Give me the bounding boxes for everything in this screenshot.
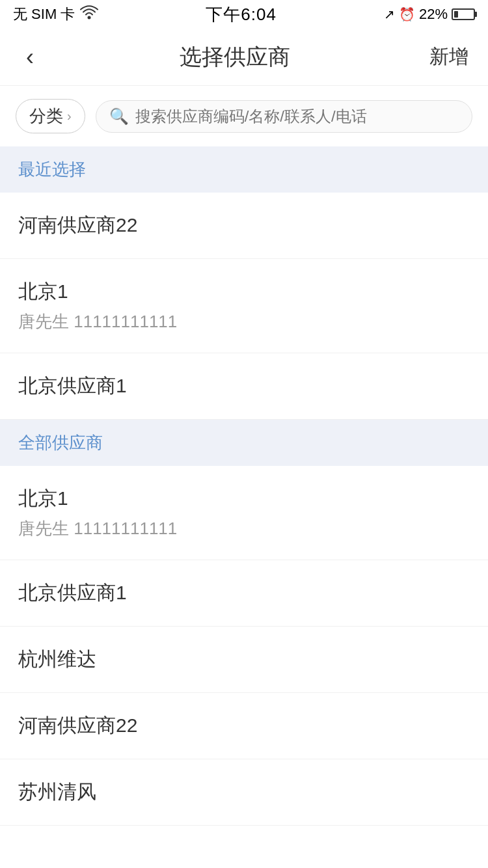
list-item[interactable]: 北京供应商1	[0, 353, 488, 420]
location-icon: ↗	[384, 7, 395, 22]
list-item[interactable]: 北京1唐先生 11111111111	[0, 466, 488, 560]
filter-bar: 分类 › 🔍	[0, 86, 488, 146]
svg-point-0	[88, 16, 91, 20]
search-icon: 🔍	[109, 107, 129, 126]
add-button[interactable]: 新增	[429, 44, 468, 70]
item-name: 北京供应商1	[18, 580, 470, 606]
status-time: 下午6:04	[206, 3, 277, 26]
status-right: ↗ ⏰ 22%	[384, 6, 475, 23]
item-name: 北京供应商1	[18, 373, 470, 400]
category-filter[interactable]: 分类 ›	[16, 99, 85, 133]
item-name: 北京1	[18, 278, 470, 305]
list-item[interactable]: 河南供应商22	[0, 693, 488, 759]
list-item[interactable]: 北京1唐先生 11111111111	[0, 259, 488, 353]
all-section-header: 全部供应商	[0, 420, 488, 466]
category-label: 分类	[29, 105, 63, 128]
list-item[interactable]: 杭州维达	[0, 627, 488, 693]
status-left: 无 SIM 卡	[13, 5, 98, 24]
item-name: 杭州维达	[18, 646, 470, 673]
item-contact: 唐先生 11111111111	[18, 310, 470, 333]
no-sim-label: 无 SIM 卡	[13, 5, 75, 24]
page-title: 选择供应商	[180, 42, 290, 72]
back-button[interactable]: ‹	[20, 37, 40, 77]
nav-bar: ‹ 选择供应商 新增	[0, 29, 488, 86]
item-contact: 唐先生 11111111111	[18, 517, 470, 540]
recent-list: 河南供应商22北京1唐先生 11111111111北京供应商1	[0, 193, 488, 420]
search-box[interactable]: 🔍	[96, 100, 472, 133]
wifi-icon	[80, 5, 98, 23]
status-bar: 无 SIM 卡 下午6:04 ↗ ⏰ 22%	[0, 0, 488, 29]
recent-section-header: 最近选择	[0, 146, 488, 193]
recent-section-label: 最近选择	[18, 159, 86, 179]
item-name: 河南供应商22	[18, 712, 470, 739]
item-name: 苏州清风	[18, 779, 470, 806]
item-name: 北京1	[18, 485, 470, 512]
all-list: 北京1唐先生 11111111111北京供应商1杭州维达河南供应商22苏州清风	[0, 466, 488, 826]
alarm-icon: ⏰	[399, 7, 415, 22]
all-section-label: 全部供应商	[18, 433, 103, 452]
list-item[interactable]: 北京供应商1	[0, 560, 488, 627]
list-item[interactable]: 苏州清风	[0, 759, 488, 826]
battery-icon	[452, 8, 475, 20]
item-name: 河南供应商22	[18, 212, 470, 239]
list-item[interactable]: 河南供应商22	[0, 193, 488, 259]
battery-percent: 22%	[419, 6, 448, 23]
search-input[interactable]	[135, 107, 459, 126]
chevron-right-icon: ›	[67, 109, 72, 124]
